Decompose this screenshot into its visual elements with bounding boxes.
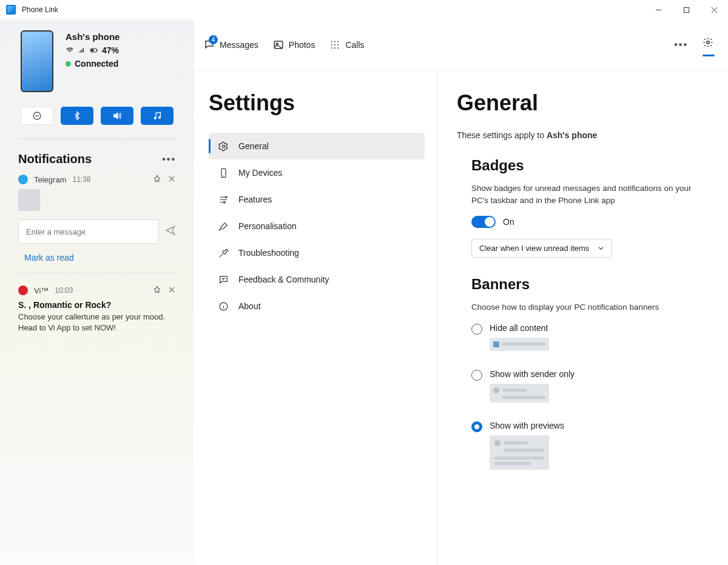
pin-icon[interactable] bbox=[153, 175, 161, 183]
nav-label: Feedback & Community bbox=[238, 275, 329, 284]
music-button[interactable] bbox=[141, 107, 174, 125]
nav-item-general[interactable]: General bbox=[209, 133, 425, 159]
tab-calls[interactable]: Calls bbox=[329, 39, 364, 50]
sidebar-divider bbox=[18, 138, 176, 139]
brush-icon bbox=[218, 221, 229, 232]
nav-item-feedback[interactable]: Feedback & Community bbox=[209, 266, 425, 293]
photos-icon bbox=[273, 39, 284, 50]
radio-label: Hide all content bbox=[490, 323, 549, 333]
notifications-heading: Notifications bbox=[18, 152, 92, 166]
nav-item-features[interactable]: Features bbox=[209, 186, 425, 213]
svg-rect-0 bbox=[684, 7, 689, 12]
calls-icon bbox=[329, 39, 340, 50]
chevron-down-icon bbox=[598, 245, 604, 252]
nav-item-personalisation[interactable]: Personalisation bbox=[209, 213, 425, 239]
active-indicator bbox=[703, 55, 715, 56]
svg-rect-3 bbox=[97, 50, 98, 51]
nav-item-devices[interactable]: My Devices bbox=[209, 159, 425, 186]
close-icon[interactable] bbox=[167, 175, 176, 183]
status-dot-icon bbox=[66, 61, 71, 67]
notification-card[interactable]: Vi™ 10:03 S. , Romantic or Rock? Choose … bbox=[0, 277, 194, 335]
send-button[interactable] bbox=[165, 225, 176, 238]
banner-option-sender[interactable]: Show with sender only bbox=[471, 369, 704, 403]
info-icon bbox=[218, 301, 229, 312]
radio-label: Show with previews bbox=[490, 421, 564, 430]
dnd-button[interactable] bbox=[21, 107, 53, 125]
svg-point-19 bbox=[222, 145, 224, 147]
nav-label: About bbox=[238, 301, 261, 311]
nav-item-about[interactable]: About bbox=[209, 293, 425, 319]
banner-option-hide[interactable]: Hide all content bbox=[471, 323, 704, 351]
svg-point-5 bbox=[154, 118, 156, 119]
notification-divider bbox=[18, 273, 176, 273]
tab-messages[interactable]: 4 Messages bbox=[204, 39, 258, 52]
close-button[interactable] bbox=[700, 0, 728, 19]
notification-time: 10:03 bbox=[55, 286, 73, 295]
battery-icon bbox=[90, 46, 98, 55]
section-heading: Banners bbox=[471, 276, 704, 293]
radio-icon bbox=[471, 370, 482, 381]
minimize-button[interactable] bbox=[644, 0, 672, 19]
phone-icon bbox=[218, 168, 229, 178]
svg-point-22 bbox=[224, 201, 226, 203]
device-status-row: 47% bbox=[66, 45, 120, 55]
notification-thumbnail bbox=[18, 189, 40, 211]
app-icon bbox=[6, 5, 16, 15]
bluetooth-button[interactable] bbox=[61, 107, 93, 125]
banner-preview bbox=[490, 384, 549, 403]
section-badges: Badges Show badges for unread messages a… bbox=[471, 157, 704, 258]
notification-title: S. , Romantic or Rock? bbox=[18, 300, 176, 310]
notification-body: Choose your callertune as per your mood.… bbox=[18, 312, 176, 333]
more-button[interactable]: ••• bbox=[674, 39, 688, 50]
volume-button[interactable] bbox=[101, 107, 133, 125]
section-description: Show badges for unread messages and noti… bbox=[471, 182, 696, 206]
battery-percent: 47% bbox=[102, 45, 119, 55]
banner-option-previews[interactable]: Show with previews bbox=[471, 421, 704, 470]
feedback-icon bbox=[218, 275, 229, 285]
radio-icon bbox=[471, 421, 482, 432]
svg-point-9 bbox=[331, 41, 332, 42]
gear-icon bbox=[218, 141, 229, 152]
tab-label: Photos bbox=[289, 40, 315, 50]
radio-icon bbox=[471, 324, 482, 335]
reply-input[interactable] bbox=[18, 219, 159, 244]
tab-label: Messages bbox=[220, 40, 258, 50]
svg-point-10 bbox=[334, 41, 335, 42]
wrench-icon bbox=[218, 248, 229, 258]
panel-heading: General bbox=[457, 90, 704, 116]
svg-point-13 bbox=[334, 44, 335, 45]
settings-button[interactable] bbox=[703, 37, 713, 53]
svg-point-18 bbox=[707, 41, 710, 44]
section-banners: Banners Choose how to display your PC no… bbox=[471, 276, 704, 470]
tab-photos[interactable]: Photos bbox=[273, 39, 315, 50]
pin-icon[interactable] bbox=[153, 286, 161, 294]
svg-point-16 bbox=[334, 47, 335, 48]
maximize-button[interactable] bbox=[672, 0, 700, 19]
wifi-icon bbox=[66, 46, 74, 55]
notification-card[interactable]: Telegram 11:38 bbox=[0, 166, 194, 213]
gear-icon bbox=[703, 37, 713, 48]
nav-item-troubleshooting[interactable]: Troubleshooting bbox=[209, 239, 425, 266]
nav-label: Troubleshooting bbox=[238, 248, 299, 258]
mark-as-read-link[interactable]: Mark as read bbox=[24, 253, 74, 262]
svg-point-6 bbox=[159, 116, 161, 118]
top-bar: 4 Messages Photos Calls ••• bbox=[194, 19, 728, 70]
badges-toggle[interactable] bbox=[471, 216, 496, 228]
clear-badges-dropdown[interactable]: Clear when I view unread items bbox=[471, 239, 612, 258]
nav-label: General bbox=[238, 141, 269, 151]
notifications-more-button[interactable]: ••• bbox=[162, 154, 176, 165]
notification-time: 11:38 bbox=[72, 175, 90, 184]
settings-heading: Settings bbox=[209, 90, 425, 116]
notification-app: Vi™ bbox=[34, 286, 49, 295]
radio-label: Show with sender only bbox=[490, 369, 575, 379]
section-heading: Badges bbox=[471, 157, 704, 174]
features-icon bbox=[218, 195, 229, 205]
messages-badge: 4 bbox=[209, 35, 218, 44]
apply-to-text: These settings apply to Ash's phone bbox=[457, 130, 704, 140]
close-icon[interactable] bbox=[167, 286, 176, 294]
tab-label: Calls bbox=[345, 40, 364, 50]
banner-preview bbox=[490, 435, 549, 470]
phone-thumbnail[interactable] bbox=[21, 30, 53, 92]
title-bar: Phone Link bbox=[0, 0, 728, 19]
settings-panel: General These settings apply to Ash's ph… bbox=[437, 71, 728, 565]
